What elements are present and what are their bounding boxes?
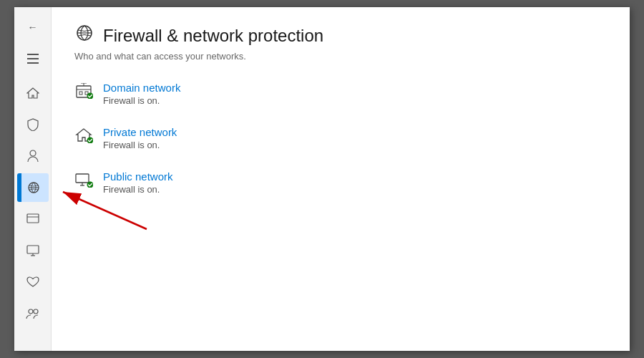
apps-icon[interactable] bbox=[17, 205, 49, 233]
home-icon[interactable] bbox=[17, 79, 49, 107]
private-network-info: Private network Firewall is on. bbox=[103, 126, 177, 150]
domain-network-icon bbox=[74, 83, 93, 103]
svg-point-3 bbox=[30, 150, 36, 156]
menu-button[interactable] bbox=[17, 44, 49, 73]
page-header-icon bbox=[74, 24, 94, 47]
private-network-status: Firewall is on. bbox=[103, 140, 177, 150]
public-network-title[interactable]: Public network bbox=[103, 170, 173, 183]
shield-icon[interactable] bbox=[17, 110, 49, 139]
public-network-info: Public network Firewall is on. bbox=[103, 170, 173, 195]
svg-rect-17 bbox=[79, 92, 82, 95]
private-network-item[interactable]: Private network Firewall is on. bbox=[74, 126, 607, 150]
public-network-status: Firewall is on. bbox=[103, 184, 173, 195]
heart-icon[interactable] bbox=[17, 268, 49, 296]
group-icon[interactable] bbox=[17, 299, 49, 328]
page-title: Firewall & network protection bbox=[103, 26, 323, 46]
firewall-icon[interactable] bbox=[17, 173, 49, 202]
svg-rect-0 bbox=[27, 54, 39, 55]
svg-point-11 bbox=[29, 309, 33, 314]
domain-network-item[interactable]: Domain network Firewall is on. bbox=[74, 82, 607, 106]
svg-rect-23 bbox=[76, 174, 89, 183]
person-icon[interactable] bbox=[17, 142, 49, 170]
svg-point-12 bbox=[34, 309, 38, 314]
svg-point-22 bbox=[87, 137, 94, 144]
main-content: Firewall & network protection Who and wh… bbox=[52, 7, 630, 351]
public-network-item[interactable]: Public network Firewall is on. bbox=[74, 170, 607, 195]
domain-network-title[interactable]: Domain network bbox=[103, 82, 180, 94]
private-network-icon bbox=[74, 127, 93, 147]
svg-rect-8 bbox=[27, 246, 39, 253]
domain-network-info: Domain network Firewall is on. bbox=[103, 82, 180, 106]
public-network-icon bbox=[74, 172, 93, 192]
svg-rect-1 bbox=[27, 58, 39, 59]
sidebar: ← bbox=[14, 7, 52, 351]
back-button[interactable]: ← bbox=[17, 13, 49, 42]
domain-network-status: Firewall is on. bbox=[103, 95, 180, 106]
svg-rect-6 bbox=[27, 214, 39, 223]
page-subtitle: Who and what can access your networks. bbox=[74, 51, 607, 62]
svg-rect-2 bbox=[27, 62, 39, 64]
monitor-icon[interactable] bbox=[17, 236, 49, 265]
page-header: Firewall & network protection bbox=[74, 24, 607, 47]
private-network-title[interactable]: Private network bbox=[103, 126, 177, 138]
